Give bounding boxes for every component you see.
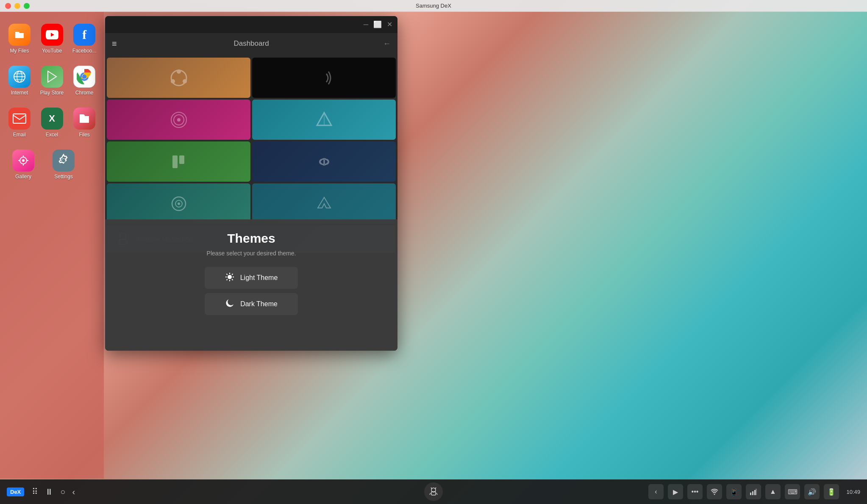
app-files[interactable]: Files (69, 104, 100, 140)
app-youtube[interactable]: YouTube (37, 20, 67, 56)
sidebar: My Files YouTube f Faceboo... (0, 12, 104, 479)
dashboard-title: Dashboard (233, 39, 269, 48)
home-nav-icon[interactable]: ○ (60, 487, 65, 496)
close-button[interactable] (5, 3, 11, 9)
signal-icon[interactable] (746, 484, 761, 499)
grid-nav-icon[interactable]: ⠿ (32, 487, 38, 496)
dex-label[interactable]: DeX (7, 487, 24, 496)
volume-icon[interactable]: 🔊 (804, 484, 820, 499)
facebook-label: Faceboo... (72, 48, 97, 54)
grid-cell-3[interactable] (107, 100, 250, 140)
svg-point-7 (82, 75, 86, 79)
phone-icon[interactable]: 📱 (726, 484, 742, 499)
window-restore-icon[interactable]: ⬜ (373, 21, 382, 28)
andronix-taskbar-icon[interactable] (424, 482, 443, 501)
svg-point-18 (177, 69, 181, 74)
svg-line-52 (436, 493, 437, 495)
app-myfiles[interactable]: My Files (4, 20, 35, 56)
app-playstore[interactable]: Play Store (37, 62, 67, 98)
grid-cell-4[interactable] (252, 100, 396, 140)
gallery-icon (12, 150, 34, 172)
titlebar-buttons (5, 3, 30, 9)
themes-overlay: Themes Please select your desired theme.… (105, 219, 397, 351)
app-gallery[interactable]: Gallery (4, 146, 42, 182)
grid-cell-7[interactable] (107, 183, 250, 224)
grid-cell-1[interactable] (107, 58, 250, 98)
svg-point-19 (171, 79, 175, 83)
window-controls: ─ ⬜ ✕ (364, 21, 392, 28)
sidebar-row-1: My Files YouTube f Faceboo... (4, 20, 100, 56)
menu-icon[interactable]: ≡ (112, 39, 117, 49)
dark-theme-icon (225, 299, 234, 310)
light-theme-icon (225, 272, 234, 284)
themes-subtitle: Please select your desired theme. (207, 250, 296, 257)
taskbar-nav: ⠿ ⏸ ○ ‹ (32, 487, 75, 496)
youtube-label: YouTube (42, 48, 62, 54)
app-settings[interactable]: Settings (44, 146, 83, 182)
myfiles-icon (8, 24, 31, 46)
light-theme-button[interactable]: Light Theme (205, 267, 298, 289)
window-minimize-icon[interactable]: ─ (364, 21, 368, 28)
svg-line-45 (232, 274, 233, 274)
chrome-icon (73, 66, 95, 88)
internet-label: Internet (11, 90, 28, 96)
myfiles-label: My Files (10, 48, 29, 54)
svg-line-48 (431, 487, 432, 489)
dark-theme-button[interactable]: Dark Theme (205, 293, 298, 315)
svg-line-46 (226, 279, 227, 280)
playstore-label: Play Store (40, 90, 64, 96)
files-icon (73, 108, 95, 130)
more-options-icon[interactable]: ••• (687, 484, 703, 499)
app-email[interactable]: Email (4, 104, 35, 140)
keyboard-icon[interactable]: ⌨ (785, 484, 800, 499)
taskbar-time: 10:49 (843, 489, 860, 495)
macos-titlebar: Samsung DeX (0, 0, 867, 12)
svg-point-16 (62, 159, 65, 162)
grid-cell-6[interactable] (252, 141, 396, 182)
svg-rect-54 (750, 493, 751, 495)
pause-nav-icon[interactable]: ⏸ (45, 487, 53, 496)
svg-point-53 (714, 494, 715, 495)
battery-icon[interactable]: 🔋 (824, 484, 839, 499)
window-titlebar: ─ ⬜ ✕ (105, 16, 397, 33)
excel-icon: X (41, 108, 63, 130)
excel-label: Excel (46, 132, 58, 138)
grid-cell-5[interactable] (107, 141, 250, 182)
window-title: Samsung DeX (416, 3, 451, 9)
grid-cell-8[interactable] (252, 183, 396, 224)
grid-cell-2[interactable] (252, 58, 396, 98)
taskbar-left: DeX ⠿ ⏸ ○ ‹ (7, 487, 75, 496)
window-close-icon[interactable]: ✕ (387, 21, 392, 28)
back-icon[interactable]: ← (383, 39, 391, 48)
dex-window: ─ ⬜ ✕ ≡ Dashboard ← (105, 16, 397, 351)
maximize-button[interactable] (24, 3, 30, 9)
settings-icon (53, 150, 75, 172)
app-chrome[interactable]: Chrome (69, 62, 100, 98)
svg-point-10 (22, 159, 25, 162)
svg-point-31 (178, 202, 180, 205)
sidebar-row-2: Internet Play Store (4, 62, 100, 98)
email-icon (8, 108, 31, 130)
dashboard-grid (105, 56, 397, 225)
svg-rect-56 (754, 490, 756, 495)
email-label: Email (13, 132, 26, 138)
back-nav-icon[interactable]: ‹ (72, 487, 75, 496)
sidebar-row-4: Gallery Settings (4, 146, 100, 182)
minimize-button[interactable] (14, 3, 20, 9)
svg-line-43 (226, 274, 227, 274)
wifi-icon[interactable] (707, 484, 722, 499)
youtube-taskbar-icon[interactable]: ▶ (668, 484, 683, 499)
internet-icon (8, 66, 31, 88)
svg-rect-55 (752, 491, 753, 495)
bottom-taskbar: DeX ⠿ ⏸ ○ ‹ ‹ ▶ ••• (0, 479, 867, 504)
back-button-right[interactable]: ‹ (648, 484, 664, 499)
svg-line-44 (232, 279, 233, 280)
chrome-label: Chrome (75, 90, 94, 96)
app-excel[interactable]: X Excel (37, 104, 67, 140)
up-arrow-icon[interactable]: ▲ (765, 484, 781, 499)
app-facebook[interactable]: f Faceboo... (69, 20, 100, 56)
svg-point-23 (177, 118, 181, 122)
dark-theme-label: Dark Theme (240, 300, 278, 308)
app-internet[interactable]: Internet (4, 62, 35, 98)
svg-line-49 (435, 487, 436, 489)
